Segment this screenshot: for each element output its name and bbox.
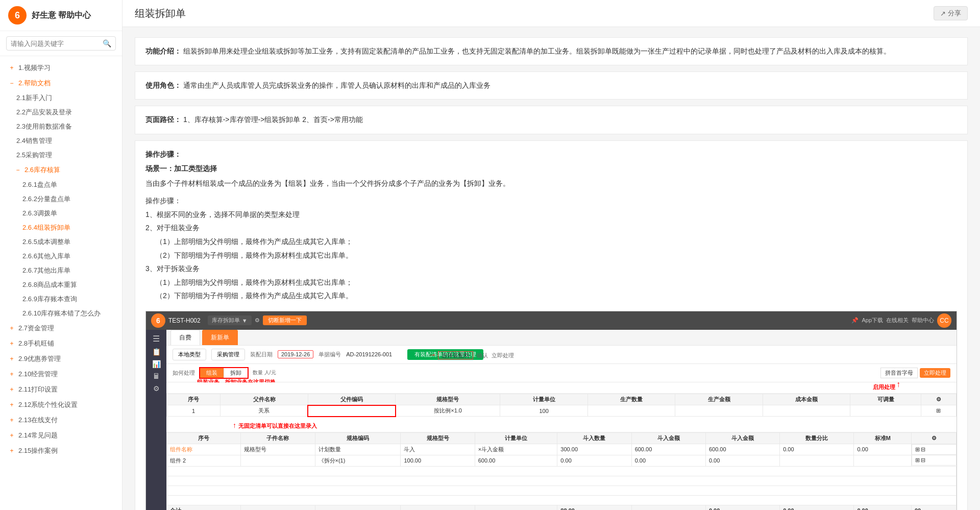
ss-type-tab1[interactable]: 组装 (200, 368, 224, 378)
share-icon: ↗ (940, 10, 946, 17)
sidebar-sub-xinshou[interactable]: 2.1新手入门 (0, 91, 122, 105)
ss-type-tab2[interactable]: 拆卸 (224, 368, 248, 378)
plus-icon-dayin: + (8, 386, 15, 393)
role-text: 通常由生产人员或库管人员完成拆装业务的操作，库管人员确认原材料的出库和产成品的入… (183, 81, 491, 89)
nav-area: + 1.视频学习 − 2.帮助文档 2.1新手入门 2.2产品安装及登录 2.3… (0, 56, 122, 510)
page-title: 组装拆卸单 (135, 7, 186, 20)
ss-doc-toolbar: 本地类型 采购管理 装配日期 2019-12-26 单据编号 AD-201912… (166, 346, 957, 364)
ss-no-value: AD-20191226-001 (346, 351, 392, 357)
table-row: 组件名称 规格型号 计划数量 斗入 ×斗入金额 300.00 600.00 60… (167, 444, 957, 455)
sidebar-item-kucun[interactable]: − 2.6库存核算 (0, 162, 122, 178)
ss-arrow-right: → 选择装配料 确认 立即处理 (428, 350, 514, 359)
plus-icon-shoujiban: + (8, 340, 15, 347)
sidebar-sub-269[interactable]: 2.6.9库存账本查询 (0, 292, 122, 306)
plus-icon: + (8, 64, 15, 71)
table-row: 1 关系 按比例×1.0 100 (167, 405, 957, 417)
sidebar-sub-267[interactable]: 2.6.7其他出库单 (0, 263, 122, 278)
sidebar-sub-2610[interactable]: 2.6.10库存账本错了怎么办 (0, 306, 122, 321)
sidebar-item-zijin[interactable]: + 2.7资金管理 (0, 321, 122, 336)
sidebar-item-dayin[interactable]: + 2.11打印设置 (0, 382, 122, 397)
search-input[interactable] (11, 40, 103, 47)
table-row (167, 495, 957, 505)
top-bar: 组装拆卸单 ↗ 分享 (122, 0, 980, 27)
ss-annotation2-row: 启用处理 ↑ (166, 382, 957, 394)
search-area: 🔍 (0, 31, 122, 56)
table-row (167, 485, 957, 495)
ss-upper-table: 序号 父件名称 父件编码 规格型号 计量单位 生产数量 生产金额 成本金额 可调 (166, 394, 957, 417)
minus-icon-kucun: − (14, 166, 21, 174)
step2-2: （2）下部明细为子件明细，最终作为原材料生成其它出库单。 (145, 249, 957, 262)
intro-block: 功能介绍： 组装拆卸单用来处理企业组装或拆卸等加工业务，支持有固定装配清单的产品… (135, 37, 968, 65)
sidebar-item-wenti[interactable]: + 2.14常见问题 (0, 428, 122, 443)
table-row (167, 466, 957, 476)
sidebar-sub-anzhuang[interactable]: 2.2产品安装及登录 (0, 105, 122, 119)
ss-arrow-up: ↑ (896, 380, 900, 389)
sidebar-item-gexing[interactable]: + 2.12系统个性化设置 (0, 397, 122, 412)
ss-lower-table: 序号 子件名称 规格编码 规格型号 计量单位 斗入数量 斗入金额 斗入金额 数量 (166, 432, 957, 510)
ss-annotation2-text: 启用处理 (873, 383, 895, 391)
sidebar-sub-266[interactable]: 2.6.6其他入库单 (0, 249, 122, 263)
sidebar-sub-261[interactable]: 2.6.1盘点单 (0, 178, 122, 192)
ss-btn-save[interactable]: 采购管理 (211, 349, 245, 360)
sidebar-item-video[interactable]: + 1.视频学习 (0, 60, 122, 76)
search-box: 🔍 (6, 36, 116, 51)
ss-input-pinyin[interactable]: 拼音首字母 (880, 368, 918, 378)
sidebar-item-docs[interactable]: − 2.帮助文档 (0, 76, 122, 91)
sidebar-sub-262[interactable]: 2.6.2分量盘点单 (0, 192, 122, 206)
ss-side-nav: ☰ 📋 📊 🖩 ⚙ (146, 330, 166, 510)
sidebar-item-anli[interactable]: + 2.15操作案例 (0, 443, 122, 458)
steps-area: 操作步骤： 场景一：加工类型选择 当由多个子件材料组装成一个成品的业务为【组装】… (135, 140, 968, 510)
intro-label: 功能介绍： (145, 47, 181, 55)
intro-text: 组装拆卸单用来处理企业组装或拆卸等加工业务，支持有固定装配清单的产品加工业务，也… (183, 47, 891, 55)
sidebar-sub-264[interactable]: 2.6.4组装拆卸单 (0, 221, 122, 235)
sidebar-sub-shuju[interactable]: 2.3使用前数据准备 (0, 119, 122, 134)
ss-confirm-btn[interactable]: 立即处理 (920, 368, 950, 378)
step3: 3、对于拆装业务 (145, 262, 957, 276)
main-content: 组装拆卸单 ↗ 分享 功能介绍： 组装拆卸单用来处理企业组装或拆卸等加工业务，支… (122, 0, 980, 510)
sidebar-sub-263[interactable]: 2.6.3调拨单 (0, 206, 122, 221)
steps-sublabel: 操作步骤： (145, 194, 957, 208)
sidebar-item-zhifu[interactable]: + 2.13在线支付 (0, 412, 122, 428)
sidebar-item-youhui[interactable]: + 2.9优惠券管理 (0, 351, 122, 367)
ss-tab-zifei[interactable]: 自费 (170, 330, 200, 345)
scene1-desc: 当由多个子件材料组装成一个成品的业务为【组装】业务，当由一个父件拆分成多个子产品… (145, 177, 957, 190)
ss-logo: 6 (151, 313, 165, 328)
table-row: 组件 2 《拆分×(1) 100.00 600.00 0.00 0.00 0.0… (167, 455, 957, 466)
plus-icon-zijin: + (8, 325, 15, 332)
ss-select-btn[interactable]: 选择装配料 (438, 351, 473, 359)
sidebar-sub-xiaoshou[interactable]: 2.4销售管理 (0, 134, 122, 148)
ss-tab-xin[interactable]: 新新单 (202, 330, 238, 345)
ss-select: 库存拆卸单 ▼ (208, 315, 252, 325)
search-icon[interactable]: 🔍 (103, 39, 111, 47)
sidebar-label-kucun: 2.6库存核算 (24, 165, 60, 175)
plus-icon-gexing: + (8, 401, 15, 408)
step1: 1、根据不同的业务，选择不同单据的类型来处理 (145, 208, 957, 222)
ss-date-value: 2019-12-26 (278, 350, 313, 358)
ss-annotation3-row: ↑ 无固定清单可以直接在这里录入 (166, 417, 957, 432)
ss-btn-cancel[interactable]: 本地类型 (173, 349, 206, 360)
sidebar-sub-caigou[interactable]: 2.5采购管理 (0, 148, 122, 162)
path-text: 1、库存核算->库存管理->组装拆卸单 2、首页->常用功能 (183, 115, 363, 124)
sidebar-item-shoujiban[interactable]: + 2.8手机旺铺 (0, 336, 122, 351)
ss-table-lower: 序号 子件名称 规格编码 规格型号 计量单位 斗入数量 斗入金额 斗入金额 数量 (166, 432, 957, 510)
step3-1: （1）上部明细为父件明细，最终作为原材料生成其它出库单； (145, 276, 957, 289)
ss-arrow-annotation3: ↑ 无固定清单可以直接在这里录入 (233, 421, 317, 430)
ops-heading: 操作步骤： (145, 150, 957, 159)
share-button[interactable]: ↗ 分享 (934, 6, 968, 20)
ss-enable-area: 拼音首字母 立即处理 (880, 368, 950, 378)
step3-2: （2）下部明细为子件明细，最终作为产成品生成其它入库单。 (145, 289, 957, 303)
role-block: 使用角色： 通常由生产人员或库管人员完成拆装业务的操作，库管人员确认原材料的出库… (135, 71, 968, 100)
table-row (167, 476, 957, 485)
sidebar-sub-265[interactable]: 2.6.5成本调整单 (0, 235, 122, 249)
sidebar-item-jingying[interactable]: + 2.10经营管理 (0, 367, 122, 382)
sidebar-sub-268[interactable]: 2.6.8商品成本重算 (0, 278, 122, 292)
ss-no-label: 单据编号 (318, 351, 341, 358)
ss-type-row: 如何处理 组装 拆卸 数量 人/元 组装业务、拆卸业务在这里切换 (166, 364, 957, 382)
step-list: 1、根据不同的业务，选择不同单据的类型来处理 2、对于组装业务 （1）上部明细为… (145, 208, 957, 303)
logo-text: 好生意 帮助中心 (32, 10, 91, 21)
plus-icon-jingying: + (8, 371, 15, 378)
sidebar-label-docs: 2.帮助文档 (18, 79, 51, 88)
ss-avatar: CC (937, 313, 951, 328)
step2-1: （1）上部明细为父件明细，最终作为产成品生成其它入库单； (145, 235, 957, 249)
logo-area: 6 好生意 帮助中心 (0, 0, 122, 31)
